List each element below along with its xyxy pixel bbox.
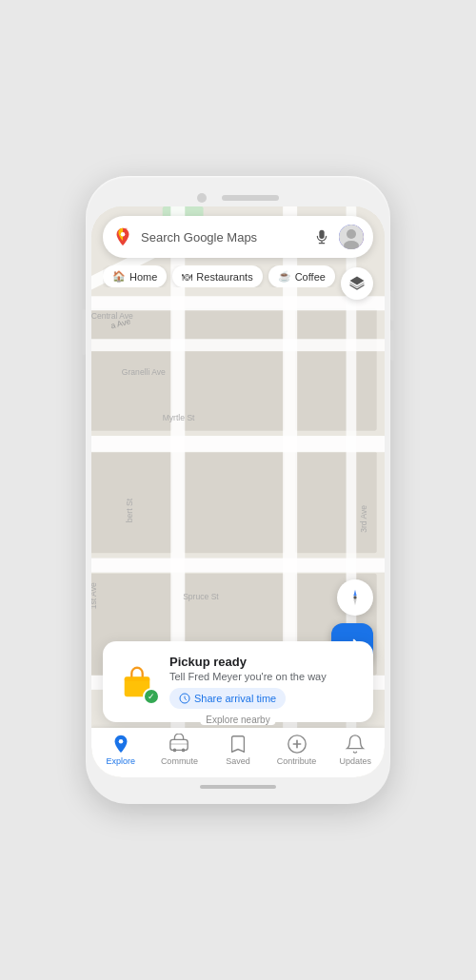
chip-coffee-label: Coffee <box>295 271 326 283</box>
earpiece-speaker <box>222 195 279 201</box>
chip-restaurants[interactable]: 🍽 Restaurants <box>172 265 262 287</box>
maps-logo-icon <box>112 226 133 247</box>
saved-icon <box>228 734 248 755</box>
home-chip-icon: 🏠 <box>112 270 126 283</box>
svg-rect-11 <box>91 296 385 310</box>
phone-screen: a Ave Central Ave Granelli Ave Myrtle St… <box>91 206 385 777</box>
saved-tab-label: Saved <box>226 756 250 766</box>
explore-tab-label: Explore <box>107 756 136 766</box>
phone-bottom-bar <box>91 777 385 793</box>
pickup-subtitle: Tell Fred Meyer you're on the way <box>169 671 360 682</box>
svg-rect-41 <box>170 743 188 745</box>
nav-tab-contribute[interactable]: Contribute <box>268 734 327 766</box>
svg-text:bert St: bert St <box>125 498 134 522</box>
map-area[interactable]: a Ave Central Ave Granelli Ave Myrtle St… <box>91 206 385 777</box>
svg-rect-5 <box>183 451 285 553</box>
svg-rect-3 <box>295 308 377 431</box>
explore-nearby-label: Explore nearby <box>200 715 275 725</box>
svg-text:Central Ave: Central Ave <box>91 311 133 321</box>
front-camera <box>197 193 207 203</box>
pickup-card: ✓ Pickup ready Tell Fred Meyer you're on… <box>103 641 373 722</box>
pickup-check-icon: ✓ <box>143 688 160 705</box>
svg-rect-13 <box>91 436 385 452</box>
volume-down-button <box>390 330 394 361</box>
share-arrival-button[interactable]: Share arrival time <box>169 688 286 709</box>
chip-coffee[interactable]: ☕ Coffee <box>268 265 335 287</box>
power-button <box>82 309 86 355</box>
svg-text:Spruce St: Spruce St <box>183 592 219 601</box>
commute-tab-label: Commute <box>161 756 198 766</box>
pickup-info: Pickup ready Tell Fred Meyer you're on t… <box>169 655 360 709</box>
share-arrival-label: Share arrival time <box>194 693 276 704</box>
bottom-nav-bar: Explore nearby Explore <box>91 728 385 777</box>
svg-text:Granelli Ave: Granelli Ave <box>122 367 166 377</box>
volume-up-button <box>390 290 394 321</box>
contribute-icon <box>287 734 307 755</box>
mic-icon[interactable] <box>312 227 331 246</box>
svg-point-40 <box>182 749 186 753</box>
restaurants-chip-icon: 🍽 <box>182 271 192 283</box>
avatar[interactable] <box>339 225 364 249</box>
svg-rect-35 <box>125 676 150 681</box>
svg-text:Myrtle St: Myrtle St <box>163 413 195 422</box>
svg-point-31 <box>347 229 356 239</box>
pickup-title: Pickup ready <box>169 655 360 669</box>
chip-home-label: Home <box>129 271 157 283</box>
search-input[interactable]: Search Google Maps <box>141 230 305 245</box>
nav-tab-explore[interactable]: Explore <box>91 734 150 766</box>
contribute-tab-label: Contribute <box>277 756 317 766</box>
svg-rect-14 <box>91 559 385 573</box>
coffee-chip-icon: ☕ <box>278 270 291 283</box>
search-bar[interactable]: Search Google Maps <box>103 216 373 258</box>
svg-rect-6 <box>295 451 377 553</box>
compass-button[interactable] <box>337 579 373 616</box>
nav-tab-commute[interactable]: Commute <box>150 734 209 766</box>
nav-tab-saved[interactable]: Saved <box>208 734 268 766</box>
layers-button[interactable] <box>341 267 373 300</box>
svg-text:3rd Ave: 3rd Ave <box>359 505 368 533</box>
nav-tab-updates[interactable]: Updates <box>326 734 385 766</box>
filter-chips: 🏠 Home 🍽 Restaurants ☕ Coffee <box>103 265 373 287</box>
chip-restaurants-label: Restaurants <box>196 271 252 283</box>
commute-icon <box>169 734 189 755</box>
phone-top-bar <box>91 187 385 206</box>
updates-tab-label: Updates <box>339 756 371 766</box>
svg-text:1st Ave: 1st Ave <box>91 582 98 609</box>
svg-point-37 <box>119 739 124 744</box>
svg-point-33 <box>353 596 356 598</box>
pickup-bag-wrap: ✓ <box>116 661 158 703</box>
explore-icon <box>110 734 131 755</box>
svg-rect-12 <box>91 339 385 351</box>
home-indicator[interactable] <box>200 785 276 789</box>
svg-point-29 <box>121 232 126 237</box>
svg-rect-38 <box>170 739 188 750</box>
svg-rect-2 <box>183 308 285 431</box>
updates-icon <box>345 734 366 755</box>
phone-frame: a Ave Central Ave Granelli Ave Myrtle St… <box>86 176 390 804</box>
svg-point-39 <box>173 749 177 753</box>
chip-home[interactable]: 🏠 Home <box>103 265 167 287</box>
